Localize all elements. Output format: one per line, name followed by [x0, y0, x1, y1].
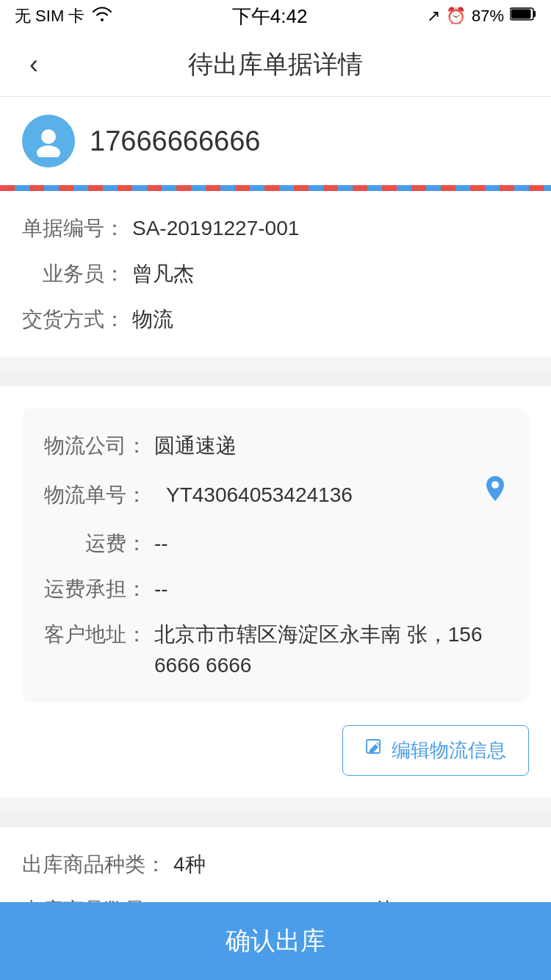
freight-bearer-label: 运费承担：	[44, 574, 147, 605]
location-status-icon: ↗	[427, 7, 440, 26]
goods-type-row: 出库商品种类： 4种	[22, 849, 529, 880]
status-right: ↗ ⏰ 87%	[427, 7, 536, 26]
salesperson-value: 曾凡杰	[132, 259, 529, 289]
confirm-button[interactable]: 确认出库	[0, 902, 551, 980]
edit-logistics-button[interactable]: 编辑物流信息	[342, 725, 529, 776]
confirm-label: 确认出库	[226, 926, 325, 954]
order-no-label: 单据编号：	[22, 213, 125, 244]
logistics-section: 物流公司： 圆通速递 物流单号： YT43064053424136 运费： --…	[0, 386, 551, 798]
company-label: 物流公司：	[44, 430, 147, 461]
svg-point-5	[491, 481, 499, 489]
goods-type-label: 出库商品种类：	[22, 849, 166, 880]
sim-label: 无 SIM 卡	[15, 5, 84, 27]
svg-rect-1	[533, 11, 536, 17]
section-divider-2	[0, 813, 551, 827]
freight-row: 运费： --	[44, 528, 507, 559]
salesperson-row: 业务员： 曾凡杰	[22, 259, 529, 289]
status-time: 下午4:42	[232, 4, 308, 29]
freight-label: 运费：	[44, 528, 147, 559]
freight-bearer-value: --	[154, 574, 507, 605]
edit-icon	[365, 738, 384, 763]
tracking-no-value: YT43064053424136	[166, 480, 472, 511]
svg-rect-2	[511, 10, 531, 19]
edit-logistics-label: 编辑物流信息	[392, 738, 506, 763]
avatar	[22, 115, 75, 167]
delivery-method-value: 物流	[132, 304, 529, 335]
back-button[interactable]: ‹	[22, 42, 46, 87]
company-row: 物流公司： 圆通速递	[44, 430, 507, 461]
address-row: 客户地址： 北京市市辖区海淀区永丰南 张，156 6666 6666	[44, 619, 507, 681]
user-phone: 17666666666	[90, 126, 260, 157]
order-no-value: SA-20191227-001	[132, 213, 529, 244]
section-divider-1	[0, 372, 551, 386]
status-bar: 无 SIM 卡 下午4:42 ↗ ⏰ 87%	[0, 0, 551, 32]
delivery-method-label: 交货方式：	[22, 304, 125, 335]
company-value: 圆通速递	[154, 430, 507, 461]
order-no-row: 单据编号： SA-20191227-001	[22, 213, 529, 244]
battery-percent: 87%	[472, 7, 504, 26]
delivery-method-row: 交货方式： 物流	[22, 304, 529, 335]
address-label: 客户地址：	[44, 619, 147, 650]
freight-bearer-row: 运费承担： --	[44, 574, 507, 605]
tracking-no-label: 物流单号：	[44, 480, 147, 511]
address-value: 北京市市辖区海淀区永丰南 张，156 6666 6666	[154, 619, 507, 681]
goods-type-value: 4种	[173, 849, 529, 880]
salesperson-label: 业务员：	[22, 259, 125, 289]
tracking-row: 物流单号： YT43064053424136	[44, 476, 507, 514]
nav-bar: ‹ 待出库单据详情	[0, 32, 551, 97]
battery-icon	[510, 7, 536, 26]
freight-value: --	[154, 528, 507, 559]
status-left: 无 SIM 卡	[15, 5, 112, 27]
dashed-separator	[0, 185, 551, 191]
svg-point-3	[41, 129, 56, 144]
logistics-card: 物流公司： 圆通速递 物流单号： YT43064053424136 运费： --…	[22, 408, 529, 703]
alarm-status-icon: ⏰	[446, 7, 466, 26]
wifi-icon	[92, 6, 112, 26]
page-title: 待出库单据详情	[188, 48, 363, 82]
location-icon[interactable]	[483, 476, 507, 514]
svg-point-4	[37, 145, 60, 157]
order-info-section: 单据编号： SA-20191227-001 业务员： 曾凡杰 交货方式： 物流	[0, 191, 551, 357]
user-header: 17666666666	[0, 97, 551, 185]
